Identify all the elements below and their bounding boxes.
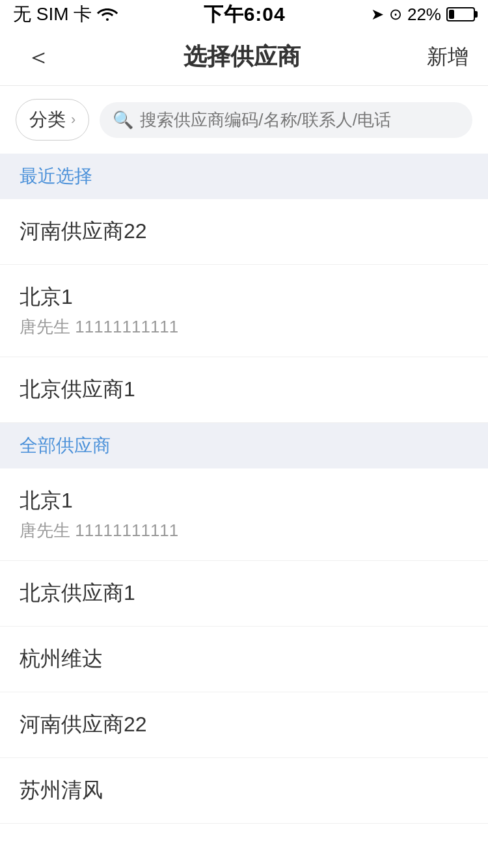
status-left: 无 SIM 卡 [13, 2, 118, 27]
category-button[interactable]: 分类 › [16, 99, 89, 141]
alarm-icon: ⊙ [389, 5, 402, 23]
item-name: 北京供应商1 [20, 579, 468, 608]
battery-percent: 22% [407, 5, 441, 25]
add-button[interactable]: 新增 [427, 43, 468, 72]
location-icon: ➤ [371, 5, 384, 23]
list-item[interactable]: 河南供应商22 [0, 692, 488, 758]
item-name: 河南供应商22 [20, 217, 468, 246]
item-name: 河南供应商22 [20, 711, 468, 739]
list-item[interactable]: 北京供应商1 [0, 561, 488, 627]
item-sub: 唐先生 11111111111 [20, 519, 468, 542]
nav-title: 选择供应商 [183, 41, 301, 73]
list-item[interactable]: 北京1唐先生 11111111111 [0, 265, 488, 357]
category-label: 分类 [29, 107, 66, 132]
battery-icon [446, 7, 475, 21]
search-box: 🔍 [100, 102, 472, 138]
list-item[interactable]: 北京供应商1 [0, 357, 488, 423]
item-name: 北京1 [20, 283, 468, 312]
item-name: 杭州维达 [20, 645, 468, 673]
filter-bar: 分类 › 🔍 [0, 86, 488, 154]
back-button[interactable]: ＜ [20, 34, 57, 80]
recent-section-header: 最近选择 [0, 154, 488, 199]
search-input[interactable] [140, 110, 459, 130]
list-item[interactable]: 河南供应商22 [0, 199, 488, 265]
wifi-icon [97, 7, 118, 21]
battery-fill [449, 10, 454, 19]
search-icon: 🔍 [113, 110, 133, 130]
item-name: 北京供应商1 [20, 375, 468, 404]
item-name: 北京1 [20, 487, 468, 515]
chevron-right-icon: › [71, 111, 75, 128]
status-time: 下午6:04 [204, 1, 286, 28]
carrier-text: 无 SIM 卡 [13, 2, 92, 27]
list-item[interactable]: 苏州清风 [0, 758, 488, 824]
list-item[interactable]: 杭州维达 [0, 627, 488, 692]
status-bar: 无 SIM 卡 下午6:04 ➤ ⊙ 22% [0, 0, 488, 29]
item-name: 苏州清风 [20, 776, 468, 805]
all-section-header: 全部供应商 [0, 423, 488, 468]
recent-list: 河南供应商22北京1唐先生 11111111111北京供应商1 [0, 199, 488, 423]
nav-bar: ＜ 选择供应商 新增 [0, 29, 488, 86]
item-sub: 唐先生 11111111111 [20, 316, 468, 338]
all-section-label: 全部供应商 [20, 435, 111, 455]
status-right: ➤ ⊙ 22% [371, 5, 475, 25]
all-list: 北京1唐先生 11111111111北京供应商1杭州维达河南供应商22苏州清风 [0, 468, 488, 824]
list-item[interactable]: 北京1唐先生 11111111111 [0, 468, 488, 561]
recent-section-label: 最近选择 [20, 166, 92, 186]
